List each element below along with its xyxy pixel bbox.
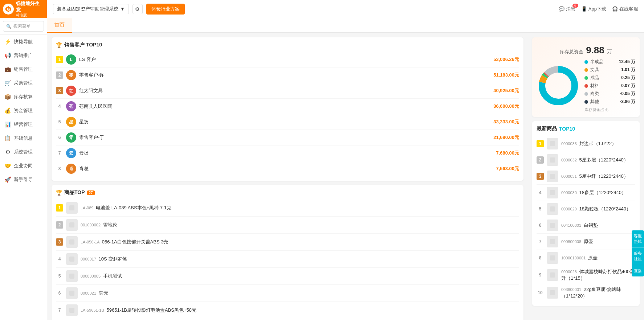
product-code: 000800008	[561, 239, 582, 244]
system-selector[interactable]: 装备及固定资产辅助管理系统 ▼	[53, 4, 129, 14]
settings-button[interactable]: ⚙	[133, 4, 143, 14]
newest-product-item: 10 003800001 22g鱼豆腐·烧烤味（1*12*20）	[537, 284, 635, 301]
product-code: 0000032	[561, 158, 578, 162]
product-ranking-title: 🏆 商品TOP 27	[56, 189, 519, 196]
sales-rank-item: 1 L LS 客户 53,006.26元	[56, 52, 519, 67]
customer-avatar: 肖	[66, 164, 76, 174]
product-thumb	[547, 236, 558, 247]
legend-value: 1.01 万	[621, 67, 635, 73]
product-thumb	[547, 252, 558, 264]
product-rank-item: 1 LA-089 电池盖 LA-089 ABS本色+黑种 7.1克	[56, 200, 519, 217]
product-code: LA-59651-1B	[81, 308, 105, 312]
customer-name: LS 客户	[79, 56, 490, 63]
online-service-button[interactable]: 🎧 在线客服	[612, 6, 638, 12]
newest-product-item: 8 10000100001 原壶	[537, 250, 635, 266]
product-thumb	[66, 304, 78, 316]
rank-number: 4	[56, 103, 63, 110]
product-thumb	[547, 138, 558, 149]
sidebar-item-finance[interactable]: 💰 资金管理	[0, 104, 47, 118]
rank-number: 8	[537, 254, 544, 262]
service-live-button[interactable]: 直播	[632, 265, 644, 276]
legend-item: 其他 -3.86 万	[584, 99, 635, 105]
sales-ranking-list: 1 L LS 客户 53,006.26元 2 零 零售客户-许 51,183.0…	[56, 52, 519, 176]
service-hotline-button[interactable]: 客服热线	[632, 230, 644, 248]
svg-rect-6	[69, 291, 74, 296]
finance-icon: 💰	[4, 107, 11, 114]
page-tabs: 首页	[47, 18, 644, 33]
product-thumb	[547, 203, 558, 215]
inventory-legend: 半成品 12.45 万 文具 1.01 万 成品 0.25 万 材料 0.07 …	[584, 59, 635, 112]
legend-value: -3.86 万	[620, 99, 635, 105]
product-rank-item: 2 001000002 雪地靴	[56, 217, 519, 234]
sales-customer-ranking-card: 🏆 销售客户 TOP10 1 L LS 客户 53,006.26元 2 零 零售…	[52, 37, 523, 181]
product-info: 0000030 18多层（1220*2440）	[561, 189, 635, 196]
sales-rank-item: 5 星 星扬 33,333.00元	[56, 114, 519, 130]
mobile-icon: 📱	[581, 6, 587, 12]
sidebar-item-marketing[interactable]: 📢 营销推广	[0, 49, 47, 62]
newest-product-item: 1 0000033 封边带（1.0*22）	[537, 136, 635, 152]
inventory-total: 库存总资金 9.88 万	[537, 45, 635, 56]
rank-number: 9	[537, 271, 544, 279]
product-rank-item: 5 000800005 手机测试	[56, 268, 519, 285]
service-community-button[interactable]: 服务社区	[632, 248, 644, 265]
rank-number: 6	[56, 290, 63, 297]
svg-rect-31	[550, 272, 555, 278]
customer-name: 云扬	[79, 150, 493, 156]
product-info: 003800001 22g鱼豆腐·烧烤味（1*12*20）	[561, 286, 635, 299]
svg-rect-2	[69, 222, 74, 227]
product-code: LA-089	[81, 206, 95, 210]
product-name: 夹壳	[99, 290, 108, 296]
rank-number: 3	[56, 238, 63, 246]
product-thumb	[66, 236, 78, 248]
svg-rect-26	[550, 190, 555, 195]
logo-area: 畅 畅捷通好生意 标准版	[0, 0, 47, 18]
legend-value: 12.45 万	[619, 59, 635, 65]
rank-number: 2	[56, 221, 63, 229]
sidebar-item-inventory[interactable]: 📦 库存核算	[0, 90, 47, 104]
product-thumb	[547, 187, 558, 198]
sales-rank-item: 6 零 零售客户-于 21,680.00元	[56, 130, 519, 145]
legend-item: 材料 0.07 万	[584, 83, 635, 89]
product-code: 0000029	[561, 207, 578, 211]
sales-rank-item: 7 云 云扬 7,680.00元	[56, 145, 519, 161]
message-icon: 💬	[559, 6, 564, 12]
rank-number: 1	[56, 204, 63, 212]
rank-number: 10	[537, 289, 544, 296]
trial-button[interactable]: 体验行业方案	[146, 4, 185, 15]
svg-rect-7	[69, 308, 74, 313]
product-info: 0000028 体城嘉枝味苏打饮品400毫升（1*15）	[561, 268, 635, 282]
sidebar-item-operations[interactable]: 📊 经营管理	[0, 118, 47, 131]
product-code: 0000028	[561, 270, 578, 274]
sidebar-item-basic-info[interactable]: 📋 基础信息	[0, 131, 47, 145]
svg-text:畅: 畅	[7, 8, 10, 11]
main-content: 装备及固定资产辅助管理系统 ▼ ⚙ 体验行业方案 💬 消息 6 📱 App下载 …	[47, 0, 644, 320]
product-rank-item: 4 0000017 10S 变刹罗煞	[56, 251, 519, 268]
svg-rect-24	[550, 157, 555, 163]
sidebar-item-system[interactable]: ⚙ 系统管理	[0, 145, 47, 159]
product-name: 18多层（1220*2440）	[579, 190, 626, 195]
customer-value: 21,680.00元	[493, 134, 519, 141]
product-info: 10000100001 原壶	[561, 255, 635, 261]
tab-home[interactable]: 首页	[47, 18, 72, 33]
product-thumb	[66, 202, 78, 214]
product-info: LA-59651-1B 59651-1B旋转投影灯电池盒ABS黑色+58壳	[81, 307, 519, 313]
legend-item: 文具 1.01 万	[584, 67, 635, 73]
product-rank-item: 7 LA-59651-1B 59651-1B旋转投影灯电池盒ABS黑色+58壳	[56, 302, 519, 319]
customer-value: 7,680.00元	[496, 150, 519, 156]
rank-number: 7	[537, 238, 544, 245]
message-button[interactable]: 💬 消息 6	[559, 6, 575, 12]
sidebar-item-cooperation[interactable]: 🤝 企业协同	[0, 159, 47, 173]
customer-avatar: 红	[66, 86, 76, 96]
product-info: LA-056-1A 056-1A白色按键开关盖ABS 3壳	[81, 239, 519, 245]
legend-label: 其他	[590, 99, 617, 105]
sidebar-item-purchase[interactable]: 🛒 采购管理	[0, 76, 47, 90]
rank-number: 6	[56, 134, 63, 141]
sidebar-item-quick-nav[interactable]: ⚡ 快捷导航	[0, 35, 47, 49]
product-code: 004100001	[561, 223, 582, 227]
search-menu-button[interactable]: 🔍 搜索菜单	[3, 21, 44, 32]
middle-column: 🏆 销售客户 TOP10 1 L LS 客户 53,006.26元 2 零 零售…	[47, 33, 528, 320]
sales-icon: 💼	[4, 66, 11, 73]
sidebar-item-guide[interactable]: 🚀 新手引导	[0, 173, 47, 186]
sidebar-item-sales[interactable]: 💼 销售管理	[0, 62, 47, 76]
app-download-button[interactable]: 📱 App下载	[581, 6, 606, 12]
